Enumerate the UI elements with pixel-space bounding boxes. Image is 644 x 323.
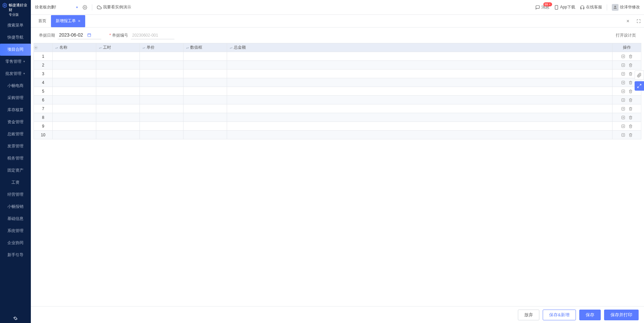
row-delete-icon[interactable] (629, 116, 633, 120)
cell-price[interactable] (140, 104, 183, 113)
row-add-icon[interactable] (621, 63, 625, 67)
cell-name[interactable] (53, 61, 96, 70)
table-row[interactable]: 4 (34, 78, 641, 87)
sidebar-item-19[interactable]: 新手引导 (0, 249, 31, 261)
row-add-icon[interactable] (621, 133, 625, 137)
sidebar-item-8[interactable]: 资金管理 (0, 116, 31, 128)
cell-name[interactable] (53, 131, 96, 139)
cell-price[interactable] (140, 78, 183, 87)
sidebar-item-15[interactable]: 小畅报销 (0, 201, 31, 213)
row-add-icon[interactable] (621, 124, 625, 128)
cell-amount[interactable] (227, 61, 612, 70)
sidebar-item-9[interactable]: 总账管理 (0, 128, 31, 140)
cell-num[interactable] (183, 61, 227, 70)
tab-home[interactable]: 首页 (34, 15, 51, 27)
cell-amount[interactable] (227, 131, 612, 139)
cell-hours[interactable] (96, 113, 140, 122)
sidebar-item-16[interactable]: 基础信息 (0, 213, 31, 225)
cell-price[interactable] (140, 131, 183, 139)
row-delete-icon[interactable] (629, 89, 633, 93)
cell-name[interactable] (53, 122, 96, 131)
sidebar-item-18[interactable]: 企业协同 (0, 237, 31, 249)
cell-num[interactable] (183, 113, 227, 122)
table-row[interactable]: 5 (34, 87, 641, 96)
cell-amount[interactable] (227, 78, 612, 87)
row-add-icon[interactable] (621, 98, 625, 102)
cell-hours[interactable] (96, 52, 140, 61)
table-row[interactable]: 8 (34, 113, 641, 122)
cell-hours[interactable] (96, 104, 140, 113)
sidebar-item-11[interactable]: 税务管理 (0, 152, 31, 165)
row-delete-icon[interactable] (629, 98, 633, 102)
row-delete-icon[interactable] (629, 124, 633, 128)
sidebar-item-0[interactable]: 搜索菜单 (0, 19, 31, 32)
col-name[interactable]: ▴▾名称 (53, 43, 96, 52)
cell-hours[interactable] (96, 122, 140, 131)
cell-price[interactable] (140, 70, 183, 78)
col-amount[interactable]: ▴▾总金额 (227, 43, 612, 52)
close-all-button[interactable]: ✕ (623, 16, 633, 27)
tenant-selector[interactable]: 徐老板勿删! ▾ (35, 4, 78, 10)
sidebar-item-6[interactable]: 采购管理 (0, 92, 31, 104)
table-row[interactable]: 1 (34, 52, 641, 61)
save-and-print-button[interactable]: 保存并打印 (604, 310, 639, 320)
save-and-new-button[interactable]: 保存&新增 (543, 310, 576, 320)
cell-num[interactable] (183, 78, 227, 87)
sidebar-item-12[interactable]: 固定资产 (0, 165, 31, 177)
cell-price[interactable] (140, 52, 183, 61)
cell-hours[interactable] (96, 87, 140, 96)
sidebar-item-4[interactable]: 批发管理▼ (0, 68, 31, 80)
cell-price[interactable] (140, 122, 183, 131)
table-row[interactable]: 7 (34, 104, 641, 113)
cell-num[interactable] (183, 96, 227, 104)
cell-hours[interactable] (96, 70, 140, 78)
cell-name[interactable] (53, 87, 96, 96)
sidebar-item-10[interactable]: 发票管理 (0, 140, 31, 152)
sidebar-item-13[interactable]: 工资 (0, 177, 31, 189)
cell-name[interactable] (53, 78, 96, 87)
row-delete-icon[interactable] (629, 63, 633, 67)
fullscreen-button[interactable] (633, 16, 644, 27)
sidebar-item-3[interactable]: 零售管理▼ (0, 56, 31, 68)
table-row[interactable]: 2 (34, 61, 641, 70)
row-delete-icon[interactable] (629, 54, 633, 58)
row-add-icon[interactable] (621, 116, 625, 120)
row-add-icon[interactable] (621, 54, 625, 58)
table-row[interactable]: 10 (34, 131, 641, 139)
expand-button[interactable] (635, 81, 644, 91)
cell-hours[interactable] (96, 96, 140, 104)
cell-price[interactable] (140, 96, 183, 104)
cell-name[interactable] (53, 113, 96, 122)
sidebar-item-1[interactable]: 快捷导航 (0, 32, 31, 44)
row-add-icon[interactable] (621, 81, 625, 85)
cell-amount[interactable] (227, 87, 612, 96)
cell-amount[interactable] (227, 96, 612, 104)
cell-hours[interactable] (96, 61, 140, 70)
col-hours[interactable]: ▴▾工时 (96, 43, 140, 52)
table-row[interactable]: 9 (34, 122, 641, 131)
open-designer-link[interactable]: 打开设计页 (616, 33, 636, 38)
cell-num[interactable] (183, 52, 227, 61)
row-delete-icon[interactable] (629, 81, 633, 85)
sidebar-item-17[interactable]: 系统管理 (0, 225, 31, 237)
cell-num[interactable] (183, 87, 227, 96)
cell-name[interactable] (53, 104, 96, 113)
discard-button[interactable]: 放弃 (518, 310, 539, 320)
col-num[interactable]: ▴▾数值框 (183, 43, 227, 52)
cell-amount[interactable] (227, 113, 612, 122)
table-row[interactable]: 3 (34, 70, 641, 78)
sidebar-item-2[interactable]: 项目合同 (0, 44, 31, 56)
row-add-icon[interactable] (621, 72, 625, 76)
cell-price[interactable] (140, 113, 183, 122)
user-menu[interactable]: 徐泽华修改 (612, 4, 640, 11)
cell-amount[interactable] (227, 104, 612, 113)
cell-name[interactable] (53, 52, 96, 61)
close-icon[interactable]: ✕ (78, 19, 80, 23)
demo-link[interactable]: 我要看实例演示 (97, 4, 131, 10)
tab-new-work-order[interactable]: 新增报工单 ✕ (51, 15, 85, 27)
app-download-button[interactable]: App下载 (554, 4, 575, 10)
cell-name[interactable] (53, 70, 96, 78)
sidebar-item-7[interactable]: 库存核算 (0, 104, 31, 116)
settings-icon[interactable] (83, 5, 87, 10)
cell-name[interactable] (53, 96, 96, 104)
